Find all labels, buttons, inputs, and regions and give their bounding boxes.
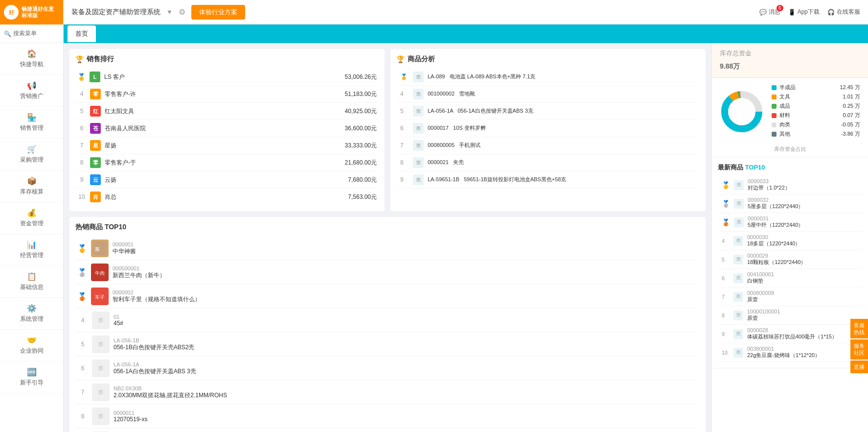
product-thumbnail: 图: [734, 217, 744, 227]
sidebar-item-quick-nav[interactable]: 🏠 快捷导航: [0, 43, 63, 75]
avatar: L: [90, 72, 100, 82]
online-service-button[interactable]: 🎧 在线客服: [827, 8, 860, 16]
product-name: 22g鱼豆腐-烧烤味（1*12*20）: [747, 352, 820, 359]
trophy-icon: 🏆: [75, 55, 84, 63]
sidebar-item-label: 采购管理: [20, 156, 44, 164]
sidebar-item-label: 经营管理: [20, 251, 44, 260]
customer-name: 肖总: [105, 193, 344, 201]
online-service-label: 在线客服: [837, 8, 860, 16]
avatar: 云: [90, 174, 101, 185]
logo-icon: 好: [4, 5, 19, 20]
product-thumbnail: 图: [733, 292, 743, 302]
trial-button[interactable]: 体验行业方案: [191, 5, 245, 20]
app-download-button[interactable]: 📱 App下载: [788, 8, 820, 16]
sidebar-item-label: 企业协同: [20, 347, 44, 355]
bronze-medal-icon: 🥉: [77, 292, 87, 301]
sidebar-item-finance[interactable]: 💰 资金管理: [0, 202, 63, 234]
list-item: 6 图 0000017 10S 变料罗孵: [396, 120, 700, 137]
list-item: 🥇 酱 0000001 中华神酱: [75, 237, 700, 261]
sidebar-item-purchase[interactable]: 🛒 采购管理: [0, 139, 63, 170]
legend-item: 材料 0.07 万: [772, 112, 860, 119]
product-thumbnail: 图: [734, 180, 744, 190]
product-analysis-title: 🏆 商品分析: [396, 55, 700, 64]
sidebar-item-enterprise[interactable]: 🤝 企业协同: [0, 330, 63, 361]
sidebar-item-operations[interactable]: 📊 经营管理: [0, 234, 63, 266]
purchase-icon: 🛒: [27, 144, 37, 154]
product-thumbnail: 牛肉: [91, 264, 109, 281]
svg-text:车子: 车子: [95, 294, 105, 300]
product-thumbnail: 图: [92, 336, 110, 353]
product-thumbnail: 车子: [91, 288, 109, 305]
rank-number: 5: [400, 108, 409, 115]
settings-gear-icon[interactable]: ⚙: [179, 7, 185, 17]
list-item: 🥉 车子 0000002 智利车子里（规格不知道填什么）: [75, 285, 700, 309]
product-name: 封边带（1.0*22）: [748, 184, 790, 192]
customer-amount: 36,600.00元: [345, 124, 377, 133]
float-service: 客服热线 服务社区 直播: [850, 319, 868, 373]
gold-medal-icon: 🥇: [77, 73, 86, 81]
message-badge: 6: [777, 5, 783, 11]
svg-text:牛肉: 牛肉: [95, 270, 105, 276]
customer-amount: 21,680.00元: [345, 159, 377, 167]
list-item: 8 图 0000021 夹壳: [396, 154, 700, 171]
donut-chart: [720, 90, 764, 134]
legend-item: 肉类 -0.05 万: [772, 121, 860, 128]
list-item: 4 图 0000030 18多层（1220*2440）: [718, 232, 862, 250]
rank-number: 6: [722, 275, 730, 281]
sidebar-item-basic[interactable]: 📋 基础信息: [0, 266, 63, 298]
list-item: 🥈 图 0000032 5厘多层（1220*2440）: [718, 194, 862, 213]
live-stream-button[interactable]: 直播: [850, 360, 868, 373]
content-area: 🏆 销售排行 🥇 L LS 客户 53,006.26元 4 零 零售客户: [64, 43, 868, 432]
headset-icon: 🎧: [827, 9, 835, 16]
rank-number: 9: [400, 176, 409, 183]
sidebar-item-label: 系统管理: [20, 315, 44, 323]
sidebar-item-system[interactable]: ⚙️ 系统管理: [0, 298, 63, 330]
silver-medal-icon: 🥈: [77, 268, 87, 277]
product-name: LA-056-1A 056-1A白色按键开关盖ABS 3克: [428, 107, 696, 115]
customer-amount: 7,680.00元: [348, 176, 377, 184]
service-community-button[interactable]: 服务社区: [850, 339, 868, 360]
legend-label: 肉类: [779, 121, 838, 128]
search-menu-label: 搜索菜单: [13, 29, 37, 38]
legend-label: 材料: [779, 112, 840, 119]
message-button[interactable]: 💬 消息 6: [759, 8, 780, 16]
product-name: 45#: [114, 320, 123, 327]
tab-home[interactable]: 首页: [68, 25, 96, 42]
customer-amount: 7,563.00元: [348, 193, 377, 201]
search-menu-button[interactable]: 🔍 搜索菜单: [4, 28, 59, 39]
product-code: 0000032: [748, 197, 803, 203]
legend-item: 文具 1.01 万: [772, 93, 860, 100]
legend-color: [772, 85, 777, 90]
rank-number: 10: [722, 350, 730, 356]
sidebar-search-section: 🔍 搜索菜单: [0, 24, 63, 43]
sidebar-item-label: 基础信息: [20, 283, 44, 291]
dropdown-arrow-icon[interactable]: ▼: [166, 8, 173, 16]
app-name: 畅捷通好生意: [22, 6, 54, 12]
legend-value: -0.05 万: [841, 121, 860, 128]
rank-number: 9: [722, 331, 730, 337]
product-thumbnail: 图: [734, 199, 744, 209]
customer-service-button[interactable]: 客服热线: [850, 319, 868, 339]
rank-number: 4: [77, 91, 86, 97]
rank-number: 8: [400, 159, 409, 166]
guide-icon: 🆕: [27, 367, 37, 377]
hot-products-title: 热销商品 TOP10: [75, 223, 700, 232]
rank-number: 5: [722, 257, 730, 263]
sidebar-nav: 🏠 快捷导航 📢 营销推广 🏪 销售管理 🛒 采购管理 📦 库存核算 💰 资金管…: [0, 43, 63, 432]
top-section: 🏆 销售排行 🥇 L LS 客户 53,006.26元 4 零 零售客户: [69, 49, 706, 211]
list-item: 🥉 图 0000031 5厘中纤（1220*2440）: [718, 213, 862, 232]
product-thumbnail: 图: [413, 157, 424, 168]
basic-icon: 📋: [27, 272, 37, 281]
sidebar-item-label: 库存核算: [20, 188, 44, 196]
sidebar-item-sales[interactable]: 🏪 销售管理: [0, 107, 63, 139]
sidebar-item-guide[interactable]: 🆕 新手引导: [0, 361, 63, 393]
product-name: 智利车子里（规格不知道填什么）: [113, 295, 201, 304]
sidebar-item-marketing[interactable]: 📢 营销推广: [0, 75, 63, 107]
list-item: 7 图 000800005 手机测试: [396, 137, 700, 154]
product-thumbnail: 图: [733, 273, 743, 283]
product-code: 0000011: [114, 410, 147, 416]
sidebar-item-inventory[interactable]: 📦 库存核算: [0, 170, 63, 202]
app-logo: 好 畅捷通好生意 标准版: [0, 0, 63, 24]
rank-number: 10: [77, 193, 86, 200]
top10-badge: TOP10: [745, 164, 765, 171]
